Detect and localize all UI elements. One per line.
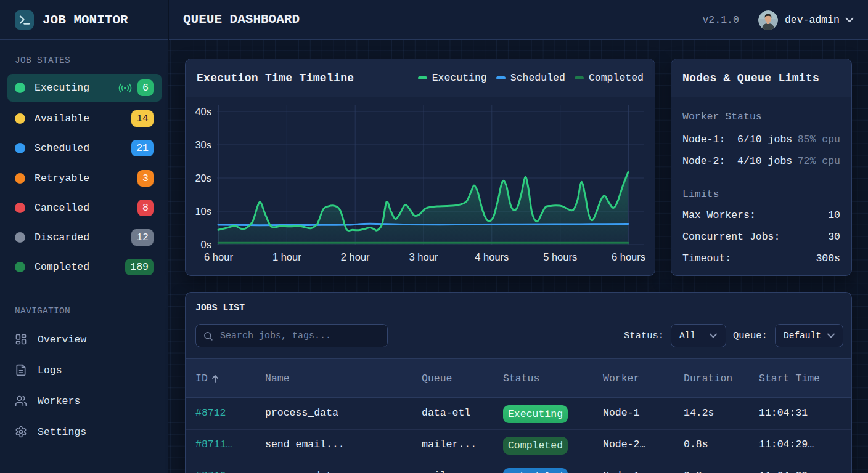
svg-text:3 hour: 3 hour — [409, 251, 438, 262]
svg-text:5 hours: 5 hours — [543, 251, 577, 262]
svg-text:1 hour: 1 hour — [272, 251, 301, 262]
svg-text:20s: 20s — [195, 172, 211, 184]
svg-text:0s: 0s — [201, 239, 211, 250]
svg-text:6 hours: 6 hours — [612, 251, 645, 262]
svg-text:6 hour: 6 hour — [204, 251, 233, 262]
svg-text:4 hours: 4 hours — [475, 251, 509, 262]
svg-text:2 hour: 2 hour — [341, 251, 370, 262]
svg-text:40s: 40s — [195, 106, 211, 117]
svg-text:30s: 30s — [195, 139, 211, 150]
svg-text:10s: 10s — [195, 206, 211, 217]
